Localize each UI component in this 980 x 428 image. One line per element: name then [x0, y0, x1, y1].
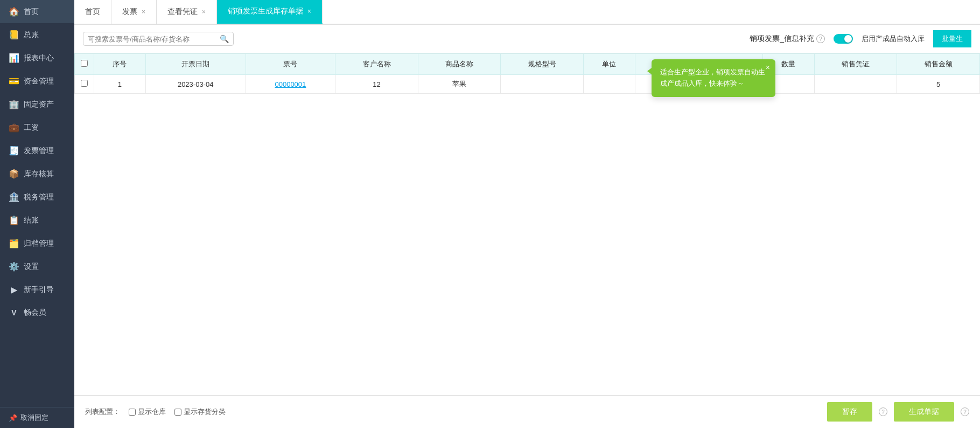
- reports-icon: 📊: [9, 53, 19, 63]
- save-button[interactable]: 暂存: [827, 402, 872, 422]
- tooltip-text: 适合生产型企业，销项发票自动生成产成品入库，快来体验～: [660, 68, 765, 87]
- sidebar-label-inventory: 库存核算: [24, 169, 54, 179]
- row-checkbox[interactable]: [81, 80, 88, 87]
- row-unit: [583, 75, 635, 94]
- row-product: 苹果: [418, 75, 501, 94]
- sidebar-item-fixed-assets[interactable]: 🏢 固定资产: [0, 93, 74, 116]
- bottom-actions: 暂存 ? 生成单据 ?: [827, 402, 969, 422]
- search-box[interactable]: 🔍: [83, 32, 234, 46]
- show-warehouse-checkbox[interactable]: [129, 409, 136, 416]
- generate-help-icon[interactable]: ?: [961, 408, 969, 416]
- accounting-icon: 📋: [9, 215, 19, 225]
- pin-icon: 📌: [9, 414, 17, 422]
- ledger-icon: 📒: [9, 30, 19, 40]
- th-sales-amount: 销售金额: [897, 54, 980, 75]
- sidebar-item-home[interactable]: 🏠 首页: [0, 0, 74, 23]
- list-config-label: 列表配置：: [85, 407, 120, 417]
- sidebar-item-reports[interactable]: 📊 报表中心: [0, 46, 74, 70]
- sidebar-item-salary[interactable]: 💼 工资: [0, 116, 74, 139]
- sidebar-item-accounting[interactable]: 📋 结账: [0, 209, 74, 232]
- sidebar-item-tax-mgmt[interactable]: 🏦 税务管理: [0, 185, 74, 209]
- generate-button[interactable]: 生成单据: [894, 402, 954, 422]
- show-inventory-category-label[interactable]: 显示存货分类: [174, 407, 226, 417]
- sidebar-label-accounting: 结账: [24, 216, 39, 225]
- sidebar: 🏠 首页 📒 总账 📊 报表中心 💳 资金管理 🏢 固定资产 💼 工资 🧾 发票…: [0, 0, 74, 428]
- sidebar-label-reports: 报表中心: [24, 53, 54, 63]
- fixed-assets-icon: 🏢: [9, 99, 19, 109]
- th-sales-voucher: 销售凭证: [814, 54, 897, 75]
- table-wrapper: 序号 开票日期 票号 客户名称 商品名称 规格型号 单位 存货名称 数量 销售凭…: [74, 53, 980, 395]
- sidebar-label-funds: 资金管理: [24, 77, 54, 86]
- row-ticket-no[interactable]: 00000001: [246, 75, 335, 94]
- tab-home[interactable]: 首页: [74, 0, 111, 24]
- sidebar-item-settings[interactable]: ⚙️ 设置: [0, 255, 74, 278]
- info-help-icon[interactable]: ?: [816, 34, 825, 43]
- tab-invoice-label: 发票: [122, 7, 137, 17]
- tooltip-close-button[interactable]: ×: [766, 64, 770, 71]
- show-inventory-category-checkbox[interactable]: [174, 409, 181, 416]
- data-table: 序号 开票日期 票号 客户名称 商品名称 规格型号 单位 存货名称 数量 销售凭…: [74, 53, 980, 94]
- row-sales-amount: 5: [897, 75, 980, 94]
- ticket-no-link[interactable]: 00000001: [275, 80, 306, 88]
- sidebar-label-fixed-assets: 固定资产: [24, 100, 54, 109]
- tab-invoice-close[interactable]: ×: [142, 8, 145, 16]
- show-warehouse-label[interactable]: 显示仓库: [129, 407, 166, 417]
- toggle-track[interactable]: [834, 34, 853, 44]
- tab-bar: 首页 发票 × 查看凭证 × 销项发票生成库存单据 ×: [74, 0, 980, 25]
- toolbar-row: 🔍 销项发票_信息补充 ? 启用产成品自动入库 批量生: [74, 25, 980, 53]
- sidebar-label-tax-mgmt: 税务管理: [24, 192, 54, 202]
- row-seq: 1: [94, 75, 146, 94]
- table-header-row: 序号 开票日期 票号 客户名称 商品名称 规格型号 单位 存货名称 数量 销售凭…: [75, 54, 980, 75]
- show-warehouse-text: 显示仓库: [138, 407, 166, 417]
- tab-cancel-invoice-close[interactable]: ×: [307, 8, 311, 15]
- table-row: 1 2023-03-04 00000001 12 苹果 000001 苹果 个 …: [75, 75, 980, 94]
- toggle-thumb: [844, 35, 852, 43]
- main-content: 首页 发票 × 查看凭证 × 销项发票生成库存单据 × 🔍 销项发票_信息补充: [74, 0, 980, 428]
- guide-icon: ▶: [9, 285, 19, 295]
- sidebar-label-salary: 工资: [24, 123, 39, 133]
- th-unit: 单位: [583, 54, 635, 75]
- enable-label: 启用产成品自动入库: [862, 34, 925, 44]
- cancel-fixed-label: 取消固定: [20, 413, 48, 423]
- search-icon: 🔍: [220, 34, 229, 43]
- sidebar-item-general-ledger[interactable]: 📒 总账: [0, 23, 74, 46]
- batch-generate-button[interactable]: 批量生: [933, 30, 971, 47]
- sidebar-label-settings: 设置: [24, 262, 39, 272]
- tab-view-voucher-close[interactable]: ×: [202, 8, 206, 16]
- sidebar-item-inventory[interactable]: 📦 库存核算: [0, 162, 74, 185]
- th-open-date: 开票日期: [145, 54, 246, 75]
- settings-icon: ⚙️: [9, 261, 19, 272]
- sidebar-item-archive[interactable]: 🗂️ 归档管理: [0, 232, 74, 255]
- row-checkbox-cell[interactable]: [75, 75, 94, 94]
- th-spec: 规格型号: [501, 54, 584, 75]
- th-product: 商品名称: [418, 54, 501, 75]
- row-sales-voucher: [814, 75, 897, 94]
- tab-cancel-invoice-label: 销项发票生成库存单据: [228, 6, 303, 16]
- th-checkbox: [75, 54, 94, 75]
- sidebar-item-funds[interactable]: 💳 资金管理: [0, 70, 74, 93]
- search-input[interactable]: [88, 35, 216, 43]
- tab-cancel-invoice[interactable]: 销项发票生成库存单据 ×: [217, 0, 323, 24]
- inventory-icon: 📦: [9, 169, 19, 179]
- toggle-switch[interactable]: [834, 34, 853, 44]
- tab-invoice[interactable]: 发票 ×: [111, 0, 157, 24]
- sidebar-label-membership: 畅会员: [24, 308, 46, 317]
- row-customer: 12: [335, 75, 418, 94]
- th-customer: 客户名称: [335, 54, 418, 75]
- row-spec: [501, 75, 584, 94]
- cancel-fixed-button[interactable]: 📌 取消固定: [0, 407, 74, 428]
- sidebar-label-general-ledger: 总账: [24, 30, 39, 40]
- info-label: 销项发票_信息补充 ?: [750, 34, 825, 44]
- select-all-checkbox[interactable]: [81, 60, 88, 67]
- content-area: 🔍 销项发票_信息补充 ? 启用产成品自动入库 批量生: [74, 25, 980, 428]
- sidebar-item-new-guide[interactable]: ▶ 新手引导: [0, 278, 74, 301]
- tab-view-voucher[interactable]: 查看凭证 ×: [157, 0, 217, 24]
- sidebar-item-membership[interactable]: V 畅会员: [0, 301, 74, 324]
- save-help-icon[interactable]: ?: [879, 408, 887, 416]
- tooltip-popup: × 适合生产型企业，销项发票自动生成产成品入库，快来体验～: [652, 59, 775, 97]
- membership-icon: V: [9, 308, 19, 317]
- invoice-mgmt-icon: 🧾: [9, 146, 19, 156]
- bottom-bar: 列表配置： 显示仓库 显示存货分类 暂存 ? 生成单据 ?: [74, 395, 980, 428]
- sidebar-item-invoice-mgmt[interactable]: 🧾 发票管理: [0, 139, 74, 162]
- sidebar-label-archive: 归档管理: [24, 239, 54, 248]
